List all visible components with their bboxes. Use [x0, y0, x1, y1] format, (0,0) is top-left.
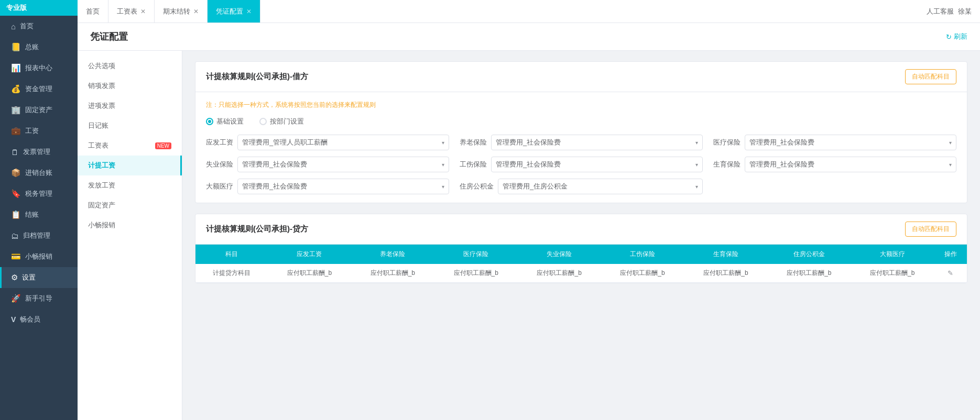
- select-gongshang[interactable]: 管理费用_社会保险费 ▾: [491, 157, 703, 172]
- left-nav-fixed-assets[interactable]: 固定资产: [78, 195, 182, 215]
- select-value: 管理费用_社会保险费: [242, 182, 307, 191]
- guide-icon: 🚀: [11, 294, 21, 303]
- select-value: 管理费用_社会保险费: [749, 138, 814, 147]
- topbar: 首页 工资表 ✕ 期末结转 ✕ 凭证配置 ✕ 人工客服 徐某: [78, 0, 980, 23]
- tab-close-icon[interactable]: ✕: [140, 8, 146, 15]
- label-shengyu: 生育保险: [713, 160, 741, 169]
- sidebar-item-assets[interactable]: 🏢 固定资产: [0, 100, 78, 120]
- select-daejl[interactable]: 管理费用_社会保险费 ▾: [237, 179, 449, 194]
- funds-icon: 💰: [11, 84, 21, 94]
- refresh-icon: ↻: [946, 33, 952, 41]
- assets-icon: 🏢: [11, 105, 21, 115]
- cell-shengyu: 应付职工薪酬_b: [684, 264, 768, 283]
- select-yanglao[interactable]: 管理费用_社会保险费 ▾: [491, 135, 703, 150]
- left-nav-xiaochang-expense[interactable]: 小畅报销: [78, 215, 182, 235]
- chevron-down-icon: ▾: [442, 184, 444, 190]
- tab-close-icon[interactable]: ✕: [193, 8, 199, 15]
- sidebar-item-inventory[interactable]: 📦 进销台账: [0, 162, 78, 183]
- cell-zhufang: 应付职工薪酬_b: [767, 264, 851, 283]
- tab-label: 期末结转: [163, 7, 190, 16]
- sidebar-item-settings[interactable]: ⚙ 设置: [0, 267, 78, 288]
- left-nav-label: 小畅报销: [88, 220, 115, 230]
- left-nav-label: 工资表: [88, 141, 108, 150]
- select-shengyu[interactable]: 管理费用_社会保险费 ▾: [745, 157, 956, 172]
- form-row-yingfa: 应发工资 管理费用_管理人员职工薪酬 ▾: [206, 135, 449, 150]
- chevron-down-icon: ▾: [442, 162, 444, 168]
- left-nav-journal[interactable]: 日记账: [78, 116, 182, 136]
- sidebar: 专业版 ⌂ 首页 📒 总账 📊 报表中心 💰 资金管理 🏢 固定资产 💼 工资 …: [0, 0, 78, 420]
- col-header-shengyu: 生育保险: [684, 245, 768, 264]
- left-nav-label: 销项发票: [88, 81, 115, 91]
- sidebar-item-invoice[interactable]: 🗒 发票管理: [0, 141, 78, 162]
- chevron-down-icon: ▾: [949, 162, 952, 168]
- form-row-yanglao: 养老保险 管理费用_社会保险费 ▾: [460, 135, 703, 150]
- left-nav-accrued-salary[interactable]: 计提工资: [78, 156, 182, 175]
- tab-close-icon[interactable]: ✕: [246, 8, 252, 15]
- sidebar-item-closing[interactable]: 📋 结账: [0, 204, 78, 225]
- main-area: 首页 工资表 ✕ 期末结转 ✕ 凭证配置 ✕ 人工客服 徐某 凭证配置 ↻ 刷新: [78, 0, 980, 420]
- sidebar-item-label: 报表中心: [25, 63, 52, 73]
- sidebar-item-salary[interactable]: 💼 工资: [0, 120, 78, 141]
- label-yanglao: 养老保险: [460, 138, 487, 147]
- radio-dept[interactable]: 按部门设置: [259, 117, 304, 126]
- col-header-daejl: 大额医疗: [851, 245, 934, 264]
- debit-section: 计提核算规则(公司承担)-借方 自动匹配科目 注：只能选择一种方式，系统将按照您…: [195, 61, 967, 203]
- left-nav-public[interactable]: 公共选项: [78, 56, 182, 76]
- credit-auto-match-button[interactable]: 自动匹配科目: [905, 222, 956, 237]
- select-yiliao[interactable]: 管理费用_社会保险费 ▾: [745, 135, 956, 150]
- sidebar-item-home[interactable]: ⌂ 首页: [0, 16, 78, 37]
- page-header: 凭证配置 ↻ 刷新: [78, 23, 980, 51]
- tab-period-closing[interactable]: 期末结转 ✕: [155, 0, 208, 23]
- debit-auto-match-button[interactable]: 自动匹配科目: [905, 69, 956, 84]
- col-header-zhufang: 住房公积金: [767, 245, 851, 264]
- radio-label-basic: 基础设置: [216, 117, 244, 126]
- sidebar-item-reports[interactable]: 📊 报表中心: [0, 58, 78, 79]
- form-row-yiliao: 医疗保险 管理费用_社会保险费 ▾: [713, 135, 956, 150]
- cell-yanglao: 应付职工薪酬_b: [351, 264, 434, 283]
- left-nav-salary-list[interactable]: 工资表 NEW: [78, 136, 182, 156]
- select-zhufang[interactable]: 管理费用_住房公积金 ▾: [498, 179, 703, 194]
- sidebar-item-label: 首页: [20, 21, 34, 31]
- label-yiliao: 医疗保险: [713, 138, 741, 147]
- archive-icon: 🗂: [11, 231, 19, 240]
- brand-logo: 专业版: [0, 0, 78, 16]
- sidebar-item-xiaochang[interactable]: 💳 小畅报销: [0, 246, 78, 267]
- radio-basic[interactable]: 基础设置: [206, 117, 244, 126]
- tab-home[interactable]: 首页: [78, 0, 108, 23]
- select-shiye[interactable]: 管理费用_社会保险费 ▾: [237, 157, 449, 172]
- left-nav-purchase-invoice[interactable]: 进项发票: [78, 96, 182, 116]
- col-header-yiliao: 医疗保险: [434, 245, 518, 264]
- left-nav-pay-salary[interactable]: 发放工资: [78, 175, 182, 195]
- cell-shiye: 应付职工薪酬_b: [518, 264, 601, 283]
- credit-section-body: 科目 应发工资 养老保险 医疗保险 失业保险 工伤保险 生育保险 住房公积金 大…: [195, 245, 967, 283]
- refresh-label: 刷新: [954, 32, 967, 41]
- tab-salary-table[interactable]: 工资表 ✕: [108, 0, 155, 23]
- reports-icon: 📊: [11, 63, 21, 73]
- sidebar-item-guide[interactable]: 🚀 新手引导: [0, 288, 78, 309]
- tab-voucher-config[interactable]: 凭证配置 ✕: [208, 0, 260, 23]
- col-header-action: 操作: [934, 245, 967, 264]
- sidebar-item-funds[interactable]: 💰 资金管理: [0, 79, 78, 100]
- edit-icon[interactable]: ✎: [948, 269, 953, 277]
- sidebar-item-label: 畅会员: [20, 315, 40, 324]
- form-row-gongshang: 工伤保险 管理费用_社会保险费 ▾: [460, 157, 703, 172]
- table-row: 计提贷方科目 应付职工薪酬_b 应付职工薪酬_b 应付职工薪酬_b 应付职工薪酬…: [195, 264, 967, 283]
- label-yingfa: 应发工资: [206, 138, 233, 147]
- left-nav-sales-invoice[interactable]: 销项发票: [78, 76, 182, 96]
- sidebar-item-general-ledger[interactable]: 📒 总账: [0, 37, 78, 58]
- xiaochang-icon: 💳: [11, 252, 21, 261]
- refresh-button[interactable]: ↻ 刷新: [946, 32, 967, 41]
- col-header-yanglao: 养老保险: [351, 245, 434, 264]
- cell-action[interactable]: ✎: [934, 264, 967, 283]
- user-service-label: 人工客服: [927, 7, 954, 16]
- chevron-down-icon: ▾: [949, 140, 952, 146]
- tab-label: 凭证配置: [216, 7, 243, 16]
- sidebar-item-member[interactable]: V 畅会员: [0, 309, 78, 330]
- sidebar-item-tax[interactable]: 🔖 税务管理: [0, 183, 78, 204]
- form-row-shengyu: 生育保险 管理费用_社会保险费 ▾: [713, 157, 956, 172]
- form-row-shiye: 失业保险 管理费用_社会保险费 ▾: [206, 157, 449, 172]
- sidebar-item-archive[interactable]: 🗂 归档管理: [0, 225, 78, 246]
- select-yingfa[interactable]: 管理费用_管理人员职工薪酬 ▾: [237, 135, 449, 150]
- sidebar-item-label: 归档管理: [23, 231, 50, 240]
- page-title: 凭证配置: [90, 30, 128, 43]
